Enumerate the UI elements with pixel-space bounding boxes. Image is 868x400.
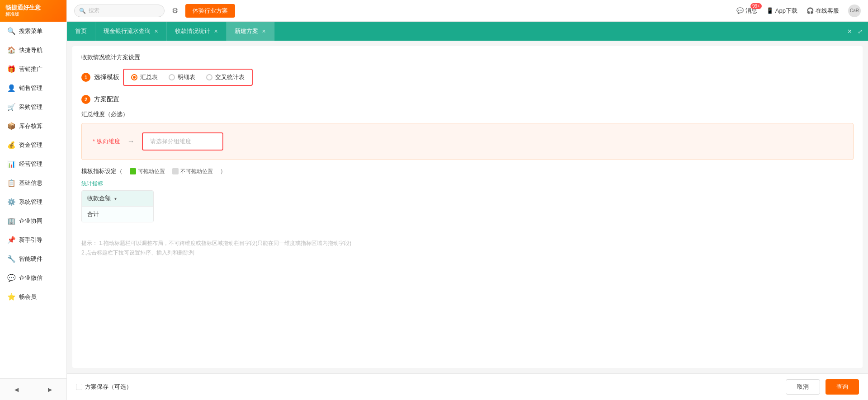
tab-new-plan[interactable]: 新建方案✕ [226, 22, 274, 41]
metrics-table-cell: 合计 [82, 207, 153, 222]
main-area: 🔍 搜索 ⚙ 体验行业方案 💬 消息 99+ 📱 App下载 🎧 在线客服 Ca… [67, 0, 868, 400]
topbar-notifications[interactable]: 💬 消息 99+ [736, 7, 757, 15]
sidebar-icon-search-menu: 🔍 [7, 27, 15, 35]
sidebar-label-purchase: 采购管理 [19, 103, 42, 111]
sidebar-item-purchase[interactable]: 🛒采购管理 [0, 98, 66, 117]
step1-header: 1 选择模板 汇总表明细表交叉统计表 [81, 69, 854, 86]
tab-label-home: 首页 [75, 27, 87, 35]
sidebar-expand-right[interactable]: ▶ [33, 379, 67, 400]
footer-buttons: 取消 查询 [786, 379, 859, 395]
sidebar-label-enterprise: 企业协同 [19, 217, 42, 225]
tab-close-new-plan[interactable]: ✕ [262, 28, 266, 34]
topbar-right: 💬 消息 99+ 📱 App下载 🎧 在线客服 CaR [736, 5, 861, 17]
sidebar-item-member[interactable]: ⭐畅会员 [0, 287, 66, 306]
industry-btn[interactable]: 体验行业方案 [185, 4, 235, 18]
app-icon: 📱 [766, 7, 774, 14]
search-icon: 🔍 [79, 8, 86, 14]
sidebar-icon-basic-info: 📋 [7, 179, 15, 187]
support-label: 在线客服 [816, 7, 839, 15]
topbar-online-support[interactable]: 🎧 在线客服 [807, 7, 839, 15]
sidebar-nav: 🔍搜索菜单🏠快捷导航🎁营销推广👤销售管理🛒采购管理📦库存核算💰资金管理📊经营管理… [0, 22, 66, 378]
dimension-select[interactable]: 请选择分组维度 [142, 132, 223, 151]
step2-header: 2 方案配置 [81, 95, 854, 104]
sidebar-label-marketing: 营销推广 [19, 65, 42, 73]
stat-index-label: 统计指标 [81, 180, 854, 188]
drag-active-indicator [130, 168, 136, 174]
tab-close-bank-flow[interactable]: ✕ [154, 28, 158, 34]
window-maximize-icon[interactable]: ⤢ [858, 28, 863, 35]
tab-close-receipt-stats[interactable]: ✕ [214, 28, 218, 34]
notification-badge: 99+ [750, 3, 762, 9]
dimension-title: 汇总维度（必选） [81, 110, 854, 118]
sidebar-icon-wechat: 💬 [7, 274, 15, 282]
sidebar-icon-inventory: 📦 [7, 122, 15, 130]
window-close-icon[interactable]: ✕ [847, 28, 852, 35]
save-checkbox-label: 方案保存（可选） [85, 383, 132, 391]
topbar: 🔍 搜索 ⚙ 体验行业方案 💬 消息 99+ 📱 App下载 🎧 在线客服 Ca… [67, 0, 868, 22]
radio-detail[interactable]: 明细表 [169, 73, 195, 81]
save-checkbox[interactable] [76, 384, 82, 390]
sidebar-collapse-left[interactable]: ◀ [0, 379, 33, 400]
dimension-arrow-icon: → [127, 137, 135, 146]
sidebar-item-sales[interactable]: 👤销售管理 [0, 79, 66, 98]
sidebar-item-operations[interactable]: 📊经营管理 [0, 155, 66, 174]
sidebar-label-finance: 资金管理 [19, 141, 42, 149]
radio-label-detail: 明细表 [178, 73, 195, 81]
step2-section: 2 方案配置 汇总维度（必选） * 纵向维度 → 请选择分组维度 [81, 95, 854, 224]
panel-title: 收款情况统计方案设置 [81, 53, 854, 61]
metrics-title: 模板指标设定（ [81, 167, 123, 175]
search-placeholder: 搜索 [89, 7, 99, 14]
non-draggable-badge: 不可拖动位置 [172, 168, 213, 175]
sidebar-item-basic-info[interactable]: 📋基础信息 [0, 174, 66, 193]
support-icon: 🎧 [807, 7, 814, 14]
radio-circle-cross [206, 74, 212, 80]
sidebar-label-inventory: 库存核算 [19, 122, 42, 130]
radio-group: 汇总表明细表交叉统计表 [123, 69, 253, 86]
sidebar-item-enterprise[interactable]: 🏢企业协同 [0, 212, 66, 231]
sidebar-item-hardware[interactable]: 🔧智能硬件 [0, 249, 66, 268]
metrics-table: 收款金额 ▾ 合计 [81, 190, 154, 222]
sidebar-logo: 畅捷通好生意 标准版 [0, 0, 66, 22]
metrics-table-header: 收款金额 ▾ [82, 191, 153, 207]
metrics-dropdown-icon[interactable]: ▾ [114, 196, 117, 201]
radio-summary[interactable]: 汇总表 [131, 73, 158, 81]
tab-bank-flow[interactable]: 现金银行流水查询✕ [95, 22, 167, 41]
sidebar-item-search-menu[interactable]: 🔍搜索菜单 [0, 22, 66, 41]
sidebar-icon-purchase: 🛒 [7, 103, 15, 111]
sidebar-item-inventory[interactable]: 📦库存核算 [0, 117, 66, 136]
step1-number: 1 [81, 73, 90, 82]
step1-label: 选择模板 [94, 73, 119, 81]
sidebar-item-quick-nav[interactable]: 🏠快捷导航 [0, 41, 66, 60]
tab-receipt-stats[interactable]: 收款情况统计✕ [167, 22, 226, 41]
non-draggable-label: 不可拖动位置 [180, 168, 213, 175]
sidebar-item-system[interactable]: ⚙️系统管理 [0, 193, 66, 212]
config-area: 汇总维度（必选） * 纵向维度 → 请选择分组维度 [81, 110, 854, 224]
topbar-search[interactable]: 🔍 搜索 [74, 5, 165, 17]
tab-home[interactable]: 首页 [67, 22, 95, 41]
topbar-avatar[interactable]: CaR [848, 5, 861, 17]
logo-name: 畅捷通好生意 [5, 4, 41, 11]
sidebar-item-marketing[interactable]: 🎁营销推广 [0, 60, 66, 79]
save-checkbox-item[interactable]: 方案保存（可选） [76, 383, 132, 391]
radio-label-summary: 汇总表 [140, 73, 158, 81]
sidebar-item-finance[interactable]: 💰资金管理 [0, 136, 66, 155]
sidebar-icon-quick-nav: 🏠 [7, 46, 15, 54]
close-paren: ） [220, 167, 226, 175]
query-button[interactable]: 查询 [826, 379, 859, 395]
tab-label-new-plan: 新建方案 [235, 27, 258, 35]
sidebar-icon-enterprise: 🏢 [7, 217, 15, 225]
dimension-box: * 纵向维度 → 请选择分组维度 [81, 123, 854, 160]
sidebar-item-wechat[interactable]: 💬企业微信 [0, 268, 66, 287]
radio-cross[interactable]: 交叉统计表 [206, 73, 245, 81]
sidebar-label-wechat: 企业微信 [19, 274, 42, 282]
logo-edition: 标准版 [5, 11, 41, 18]
sidebar-item-guide[interactable]: 📌新手引导 [0, 231, 66, 249]
topbar-app-download[interactable]: 📱 App下载 [766, 7, 797, 15]
radio-circle-detail [169, 74, 175, 80]
sidebar-label-search-menu: 搜索菜单 [19, 27, 42, 35]
tip-area: 提示： 1.拖动标题栏可以调整布局，不可跨维度或指标区域拖动栏目字段(只能在同一… [81, 233, 854, 257]
cancel-button[interactable]: 取消 [786, 379, 820, 395]
topbar-gear-icon[interactable]: ⚙ [172, 6, 178, 15]
sidebar-icon-system: ⚙️ [7, 198, 15, 206]
step1-section: 1 选择模板 汇总表明细表交叉统计表 [81, 69, 854, 86]
